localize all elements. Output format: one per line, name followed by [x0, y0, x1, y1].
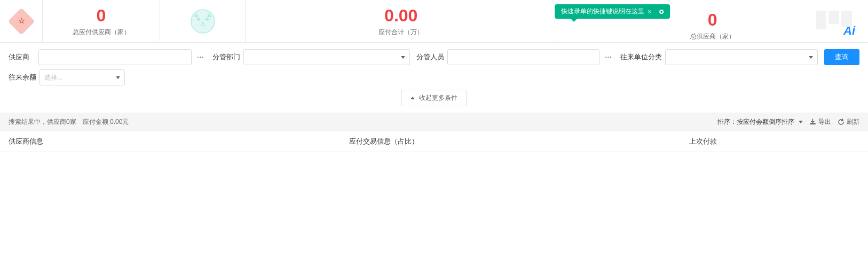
unit-class-select[interactable]: [665, 49, 818, 65]
balance-label: 往来余额: [9, 73, 36, 82]
supplier-label: 供应商: [9, 52, 35, 62]
brand-icon-section: ☆: [0, 0, 43, 42]
filter-row-1: 供应商 ··· 分管部门 分管人员 ··· 往来单位分类 查询: [9, 49, 859, 65]
results-suppliers: 搜索结果中，供应商0家: [9, 117, 76, 127]
balance-placeholder: 选择...: [44, 73, 62, 82]
balance-filter: 往来余额 选择...: [9, 69, 158, 85]
export-btn[interactable]: 导出: [809, 117, 831, 127]
export-label: 导出: [818, 117, 831, 127]
total-suppliers-count: 0: [708, 10, 717, 30]
unit-class-label: 往来单位分类: [620, 52, 662, 62]
filter-section: 供应商 ··· 分管部门 分管人员 ··· 往来单位分类 查询: [0, 43, 868, 113]
filter-row-2: 往来余额 选择...: [9, 69, 859, 85]
tooltip-dot: [659, 10, 664, 14]
refresh-btn[interactable]: 刷新: [838, 117, 859, 127]
person-filter: 分管人员 ···: [416, 49, 614, 65]
payable-total-amount: 0.00: [384, 5, 417, 26]
unit-class-filter: 往来单位分类: [620, 49, 818, 65]
tooltip-bubble: 快速录单的快捷键说明在这里 ×: [555, 4, 670, 19]
department-label: 分管部门: [212, 52, 240, 62]
person-more-btn[interactable]: ···: [603, 52, 614, 62]
col-last-payment-header: 上次付款: [689, 137, 859, 146]
svg-point-2: [191, 10, 215, 33]
svg-point-5: [202, 22, 204, 24]
sort-chevron-icon: [799, 121, 803, 123]
unit-class-chevron-icon: [809, 56, 813, 59]
sort-dropdown[interactable]: 排序：按应付会额倒序排序: [717, 117, 803, 127]
refresh-label: 刷新: [847, 117, 859, 127]
results-bar: 搜索结果中，供应商0家 应付金额 0.00元 排序：按应付会额倒序排序 导出 刷…: [0, 113, 868, 131]
chevron-up-icon: [411, 97, 415, 99]
total-payable-suppliers-count: 0: [97, 5, 106, 26]
results-summary: 搜索结果中，供应商0家 应付金额 0.00元: [9, 117, 129, 127]
supplier-input[interactable]: [38, 49, 192, 65]
svg-text:☆: ☆: [18, 17, 25, 25]
collapse-row: 收起更多条件: [9, 90, 859, 106]
table-header: 供应商信息 应付交易信息（占比） 上次付款: [0, 131, 868, 152]
department-chevron-icon: [401, 56, 405, 59]
mascot-section: [160, 0, 246, 42]
tooltip-text: 快速录单的快捷键说明在这里: [561, 7, 644, 16]
total-suppliers-label: 总供应商（家）: [690, 32, 735, 41]
total-payable-suppliers-label: 总应付供应商（家）: [73, 28, 130, 37]
query-button[interactable]: 查询: [824, 49, 859, 65]
payable-total-stat: 0.00 应付合计（万）: [246, 0, 557, 42]
results-amount: 应付金额 0.00元: [83, 117, 129, 127]
results-actions: 排序：按应付会额倒序排序 导出 刷新: [717, 117, 859, 127]
collapse-btn[interactable]: 收起更多条件: [401, 90, 467, 106]
sort-label: 排序：按应付会额倒序排序: [717, 117, 794, 127]
supplier-more-btn[interactable]: ···: [195, 52, 206, 62]
person-input[interactable]: [447, 49, 599, 65]
tooltip-close-btn[interactable]: ×: [648, 7, 652, 16]
ai-label: Ai: [843, 24, 855, 38]
balance-select[interactable]: 选择...: [40, 69, 125, 85]
balance-chevron-icon: [116, 76, 120, 79]
table-body: [0, 152, 868, 275]
payable-total-label: 应付合计（万）: [378, 28, 423, 37]
stats-bar: ☆ 0 总应付供应商（家） 0.00 应付合计（万） 快速录单的快捷键说: [0, 0, 868, 43]
person-label: 分管人员: [416, 52, 444, 62]
svg-point-4: [206, 18, 209, 21]
refresh-icon: [838, 119, 845, 125]
svg-rect-8: [810, 123, 816, 124]
export-icon: [809, 119, 816, 125]
mascot-icon: [187, 5, 219, 37]
svg-point-3: [197, 18, 200, 21]
col-transaction-header: 应付交易信息（占比）: [349, 137, 690, 146]
diamond-icon: ☆: [7, 7, 35, 35]
collapse-label: 收起更多条件: [419, 93, 457, 103]
supplier-filter: 供应商 ···: [9, 49, 206, 65]
total-payable-suppliers-stat: 0 总应付供应商（家）: [43, 0, 160, 42]
department-filter: 分管部门: [212, 49, 410, 65]
total-suppliers-stat: 快速录单的快捷键说明在这里 × 0 总供应商（家） Ai: [557, 0, 869, 42]
col-supplier-header: 供应商信息: [9, 137, 349, 146]
department-select[interactable]: [243, 49, 410, 65]
